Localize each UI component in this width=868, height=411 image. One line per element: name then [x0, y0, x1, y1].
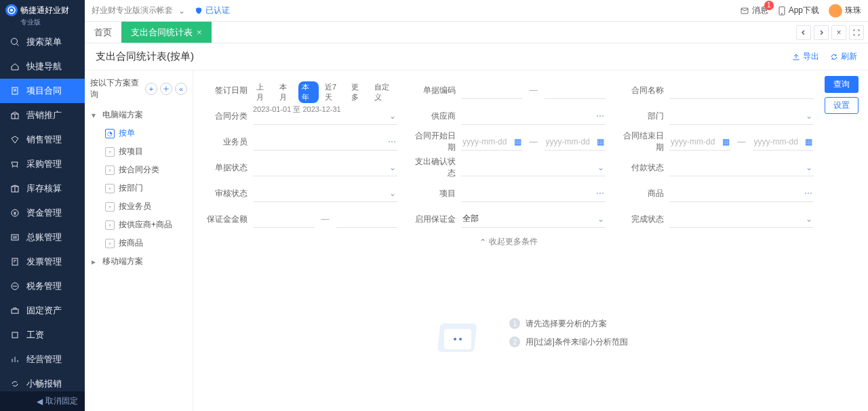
leaf-icon: ▫ — [105, 147, 115, 157]
start-date-range[interactable]: ▦ — ▦ — [461, 133, 606, 151]
message-icon — [740, 6, 749, 16]
asset-icon — [9, 306, 20, 316]
contract-cat-select[interactable]: ⌄ — [253, 107, 397, 125]
pay-status-select[interactable]: ⌄ — [669, 159, 814, 176]
chevron-down-icon: ⌄ — [389, 163, 396, 172]
calendar-icon: ▦ — [597, 137, 604, 146]
download-button[interactable]: App下载 — [778, 5, 819, 16]
box-icon — [9, 184, 20, 194]
tab-prev[interactable] — [796, 25, 811, 40]
menu-ledger[interactable]: 总账管理 — [0, 225, 85, 250]
chip-7days[interactable]: 近7天 — [321, 81, 345, 103]
leaf-icon: ▫ — [105, 184, 115, 193]
tab-active[interactable]: 支出合同统计表 × — [121, 22, 212, 43]
menu-assets[interactable]: 固定资产 — [0, 298, 85, 323]
filters: 查询 设置 签订日期 上月 本月 本 — [193, 71, 868, 254]
calendar-icon: ▦ — [514, 137, 521, 146]
menu-salary[interactable]: 工资 — [0, 323, 85, 347]
settings-button[interactable]: 设置 — [825, 97, 859, 114]
chevron-down-icon: ⌄ — [597, 214, 604, 224]
menu-sales[interactable]: 销售管理 — [0, 128, 85, 152]
svg-point-2 — [11, 39, 17, 45]
menu-invoice[interactable]: 发票管理 — [0, 250, 85, 274]
menu-search[interactable]: 搜索菜单 — [0, 30, 85, 54]
bill-status-select[interactable]: ⌄ — [253, 159, 397, 176]
menu-expense[interactable]: 小畅报销 — [0, 372, 85, 391]
supplier-select[interactable]: ⋯ — [461, 107, 606, 125]
approve-status-select[interactable]: ⌄ — [253, 184, 397, 202]
chip-this-month[interactable]: 本月 — [276, 81, 296, 103]
tree-leaf-by-goods[interactable]: ▫按商品 — [87, 234, 190, 252]
chip-this-year[interactable]: 本年 — [298, 81, 319, 103]
gift-icon — [9, 111, 20, 121]
fullscreen-button[interactable] — [849, 25, 864, 40]
chip-last-month[interactable]: 上月 — [253, 81, 273, 103]
tree-leaf-by-project[interactable]: ▫按项目 — [87, 142, 190, 161]
refresh-button[interactable]: 刷新 — [830, 51, 857, 62]
chevron-down-icon: ⌄ — [806, 214, 812, 224]
tree-leaf-by-category[interactable]: ▫按合同分类 — [87, 161, 190, 179]
export-button[interactable]: 导出 — [792, 51, 819, 62]
goods-select[interactable]: ⋯ — [669, 184, 814, 202]
filter-sign-date: 签订日期 上月 本月 本年 近7天 更多 自定义 — [203, 77, 397, 103]
tab-next[interactable] — [814, 25, 829, 40]
tab-home[interactable]: 首页 — [85, 22, 121, 43]
dept-select[interactable]: ⌄ — [669, 107, 814, 125]
sidebar: 畅捷通好业财 专业版 搜索菜单 快捷导航 项目合同 营销推广 销售管理 采购管理… — [0, 0, 85, 411]
scheme-title: 按以下方案查询 — [90, 77, 145, 100]
tree-group-desktop[interactable]: ▾电脑端方案 — [87, 106, 190, 124]
tree-leaf-by-salesman[interactable]: ▫按业务员 — [87, 197, 190, 216]
chip-custom[interactable]: 自定义 — [371, 81, 397, 103]
enable-deposit-select[interactable]: 全部⌄ — [461, 210, 606, 228]
done-status-select[interactable]: ⌄ — [669, 210, 814, 228]
calendar-icon: ▦ — [722, 137, 730, 146]
export-icon — [792, 53, 800, 61]
tab-close-all[interactable]: × — [831, 25, 846, 40]
refresh-icon — [830, 53, 838, 61]
tree-leaf-by-order[interactable]: ◔按单 — [87, 124, 190, 142]
menu-purchase[interactable]: 采购管理 — [0, 152, 85, 176]
home-icon — [9, 62, 20, 72]
tax-icon — [9, 281, 20, 292]
svg-point-16 — [781, 13, 782, 14]
menu-funds[interactable]: 资金管理 — [0, 201, 85, 225]
menu-project-contract[interactable]: 项目合同 — [0, 79, 85, 103]
pin-row[interactable]: ◀ 取消固定 — [0, 391, 85, 411]
topbar: 好业财专业版演示帐套 ⌄ 已认证 消息 1 App下载 — [85, 0, 868, 22]
step-2-badge: 2 — [509, 336, 520, 347]
user-menu[interactable]: 珠珠 — [829, 4, 861, 18]
cart-icon — [9, 135, 20, 145]
salesman-select[interactable]: ⋯ — [253, 133, 397, 151]
end-date-range[interactable]: ▦ — ▦ — [669, 133, 814, 151]
query-button[interactable]: 查询 — [825, 76, 859, 93]
menu-inventory[interactable]: 库存核算 — [0, 176, 85, 201]
menu-marketing[interactable]: 营销推广 — [0, 103, 85, 128]
tree-group-mobile[interactable]: ▸移动端方案 — [87, 252, 190, 271]
menu: 搜索菜单 快捷导航 项目合同 营销推广 销售管理 采购管理 库存核算 资金管理 … — [0, 30, 85, 391]
close-icon[interactable]: × — [197, 27, 202, 37]
serial-range[interactable]: — — [461, 81, 606, 99]
chevron-down-icon: ⌄ — [806, 111, 812, 121]
scheme-settings-button[interactable] — [160, 83, 172, 95]
svg-rect-8 — [12, 235, 18, 240]
empty-illustration — [433, 309, 482, 357]
account-selector[interactable]: 好业财专业版演示帐套 ⌄ — [92, 5, 185, 16]
caret-right-icon: ▸ — [92, 257, 98, 267]
deposit-range[interactable]: — — [253, 210, 397, 228]
chip-more[interactable]: 更多 — [348, 81, 368, 103]
tree-leaf-by-dept[interactable]: ▫按部门 — [87, 179, 190, 197]
contract-name-input[interactable] — [669, 81, 814, 99]
tree-leaf-by-supplier-goods[interactable]: ▫按供应商+商品 — [87, 216, 190, 234]
spend-status-select[interactable]: ⌄ — [461, 159, 606, 176]
messages-button[interactable]: 消息 1 — [740, 5, 768, 16]
menu-ops[interactable]: 经营管理 — [0, 347, 85, 372]
chevron-down-icon: ⌄ — [178, 6, 185, 16]
project-select[interactable]: ⋯ — [461, 184, 606, 202]
menu-tax[interactable]: 税务管理 — [0, 274, 85, 298]
collapse-scheme-button[interactable]: « — [175, 83, 187, 95]
page-title: 支出合同统计表(按单) — [96, 50, 194, 63]
collapse-filters-button[interactable]: ⌃ 收起更多条件 — [479, 236, 538, 248]
brand-icon — [5, 4, 18, 16]
add-scheme-button[interactable]: + — [145, 83, 157, 95]
menu-quicknav[interactable]: 快捷导航 — [0, 54, 85, 79]
